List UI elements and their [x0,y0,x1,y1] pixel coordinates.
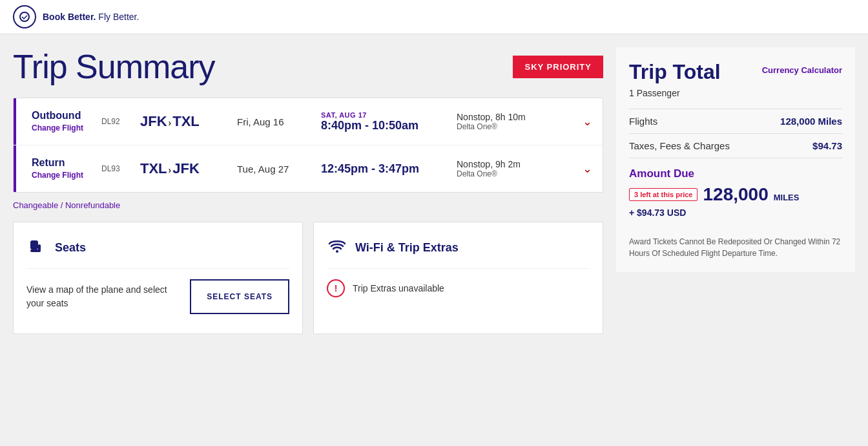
trip-total-box: Trip Total Currency Calculator 1 Passeng… [616,47,855,272]
wifi-content: ! Trip Extras unavailable [327,279,590,297]
return-time: 12:45pm - 3:47pm [321,162,444,176]
outbound-time-sat: SAT, AUG 17 [321,111,444,119]
taxes-label: Taxes, Fees & Charges [629,140,730,151]
return-info: Nonstop, 9h 2m Delta One® [457,159,576,178]
return-time-value: 12:45pm - 3:47pm [321,162,444,176]
outbound-time: SAT, AUG 17 8:40pm - 10:50am [321,111,444,133]
flights-value: 128,000 Miles [780,116,842,127]
miles-label: MILES [774,193,800,202]
miles-amount: 128,000 [703,184,768,205]
logo-icon [13,5,36,28]
wifi-title: Wi-Fi & Trip Extras [355,241,459,255]
right-panel: Trip Total Currency Calculator 1 Passeng… [616,47,855,334]
page-header: Trip Summary SKY PRIORITY [13,47,603,86]
outbound-info: Nonstop, 8h 10m Delta One® [457,112,576,131]
outbound-cabin: Delta One® [457,122,576,131]
svg-rect-1 [30,240,38,250]
amount-due-label: Amount Due [629,167,842,180]
seats-description: View a map of the plane and select your … [26,283,177,310]
seat-icon [26,235,47,260]
return-cabin: Delta One® [457,169,576,178]
svg-rect-3 [38,244,41,251]
return-flight-row: Return Change Flight DL93 TXL›JFK Tue, A… [14,145,603,192]
outbound-change-link[interactable]: Change Flight [32,123,83,133]
flights-container: Outbound Change Flight DL92 JFK›TXL Fri,… [13,98,603,193]
cards-row: Seats View a map of the plane and select… [13,222,603,334]
return-type: Return Change Flight [24,157,101,180]
outbound-route: JFK›TXL [140,113,224,130]
wifi-card: Wi-Fi & Trip Extras ! Trip Extras unavai… [313,222,603,334]
select-seats-button[interactable]: SELECT SEATS [190,279,289,314]
wifi-card-header: Wi-Fi & Trip Extras [327,235,590,269]
amount-due-values: 3 left at this price 128,000 MILES [629,184,842,205]
return-route: TXL›JFK [140,160,224,177]
outbound-bar [14,98,16,145]
seats-card-header: Seats [26,235,289,269]
outbound-time-value: 8:40pm - 10:50am [321,119,444,133]
amount-due-row: Amount Due 3 left at this price 128,000 … [629,158,842,227]
wifi-icon [327,235,347,260]
passenger-count: 1 Passenger [629,88,842,98]
outbound-flight-number: DL92 [101,117,140,126]
seats-title: Seats [55,241,86,255]
outbound-label: Outbound [32,110,101,122]
return-change-link[interactable]: Change Flight [32,171,83,180]
flights-label: Flights [629,116,657,127]
changeable-note[interactable]: Changeable / Nonrefundable [13,200,603,210]
return-label: Return [32,157,101,169]
page-title: Trip Summary [13,47,215,86]
svg-point-0 [20,12,29,21]
plus-usd: + $94.73 USD [629,207,842,218]
wifi-extras-unavailable: Trip Extras unavailable [353,283,444,293]
outbound-date: Fri, Aug 16 [237,116,308,127]
return-expand-icon[interactable]: ⌄ [583,162,592,176]
taxes-value: $94.73 [812,140,842,151]
return-nonstop: Nonstop, 9h 2m [457,159,576,169]
alert-icon: ! [327,279,345,297]
seats-content: View a map of the plane and select your … [26,279,289,314]
currency-calculator-link[interactable]: Currency Calculator [762,65,842,75]
trip-total-title: Trip Total [629,60,721,84]
taxes-price-row: Taxes, Fees & Charges $94.73 [629,133,842,158]
logo-text: Book Better. Fly Better. [43,12,139,22]
flights-price-row: Flights 128,000 Miles [629,109,842,133]
sky-priority-badge: SKY PRIORITY [513,56,603,78]
top-bar: Book Better. Fly Better. [0,0,868,34]
return-flight-number: DL93 [101,164,140,173]
seats-card: Seats View a map of the plane and select… [13,222,303,334]
outbound-expand-icon[interactable]: ⌄ [583,114,592,129]
award-notice: Award Tickets Cannot Be Redeposited Or C… [629,236,842,259]
left-at-price-badge: 3 left at this price [629,188,698,201]
outbound-flight-row: Outbound Change Flight DL92 JFK›TXL Fri,… [14,98,603,145]
return-date: Tue, Aug 27 [237,164,308,175]
outbound-type: Outbound Change Flight [24,110,101,133]
outbound-nonstop: Nonstop, 8h 10m [457,112,576,122]
trip-total-header: Trip Total Currency Calculator [629,60,842,84]
svg-point-4 [336,250,338,253]
return-bar [14,145,16,192]
left-panel: Trip Summary SKY PRIORITY Outbound Chang… [13,47,603,334]
